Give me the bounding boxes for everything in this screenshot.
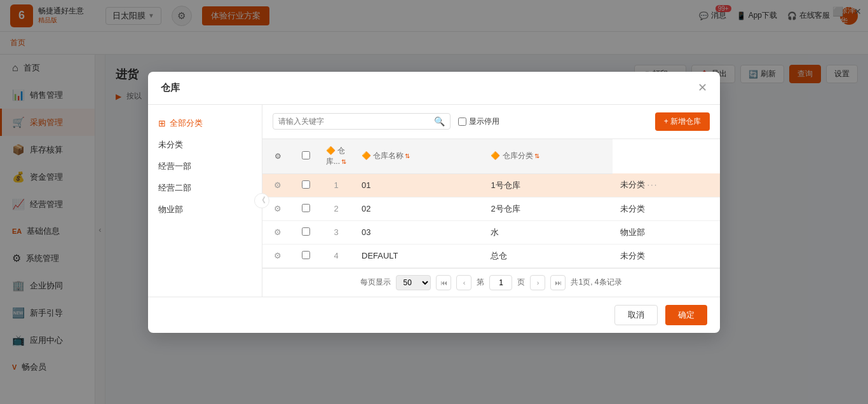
modal-search-bar: 🔍 显示停用 + 新增仓库 bbox=[262, 105, 720, 139]
page-unit: 页 bbox=[517, 277, 525, 288]
row-code: 01 bbox=[354, 173, 483, 197]
modal-pagination: 每页显示 50 10 20 100 ⏮ ‹ 第 页 › ⏭ 共1页, 4条记录 bbox=[262, 268, 720, 297]
modal-sidebar: 《 ⊞ 全部分类 未分类 经营一部 经营二部 物业部 bbox=[148, 105, 262, 297]
row-actions[interactable]: ··· bbox=[647, 180, 658, 189]
row-name: 1号仓库 bbox=[483, 173, 612, 197]
row-check[interactable] bbox=[293, 244, 318, 267]
row-checkbox[interactable] bbox=[302, 204, 310, 212]
cancel-button[interactable]: 取消 bbox=[614, 305, 658, 325]
table-row[interactable]: ⚙ 1 01 1号仓库 未分类 ··· bbox=[262, 173, 720, 197]
row-code: 02 bbox=[354, 197, 483, 220]
search-input-wrap: 🔍 bbox=[273, 113, 451, 130]
cat-uncat-label: 未分类 bbox=[158, 139, 183, 151]
confirm-button[interactable]: 确定 bbox=[665, 305, 707, 325]
modal-cat-dept2[interactable]: 经营二部 bbox=[148, 177, 262, 199]
row-category: 未分类 ··· bbox=[613, 173, 720, 197]
modal-cat-dept1[interactable]: 经营一部 bbox=[148, 156, 262, 177]
modal-backdrop: 仓库 ✕ 《 ⊞ 全部分类 未分类 经营一部 经营二部 bbox=[0, 0, 868, 404]
sort-cat-icon: ⇅ bbox=[534, 152, 539, 159]
row-num: 1 bbox=[318, 173, 354, 197]
warehouse-table: ⚙ 🔶 仓库...⇅ 🔶 仓库名称⇅ bbox=[262, 139, 720, 268]
row-code: DEFAULT bbox=[354, 244, 483, 267]
table-row[interactable]: ⚙ 4 DEFAULT 总仓 未分类 bbox=[262, 244, 720, 267]
th-code[interactable]: 🔶 仓库...⇅ bbox=[318, 139, 354, 174]
row-check[interactable] bbox=[293, 197, 318, 220]
search-input[interactable] bbox=[278, 117, 434, 126]
row-gear: ⚙ bbox=[262, 244, 293, 267]
cat-all-label: 全部分类 bbox=[170, 118, 203, 129]
row-checkbox[interactable] bbox=[302, 251, 310, 259]
cat-dept1-label: 经营一部 bbox=[158, 161, 191, 172]
row-name: 总仓 bbox=[483, 244, 612, 267]
modal-cat-all[interactable]: ⊞ 全部分类 bbox=[148, 112, 262, 134]
new-warehouse-button[interactable]: + 新增仓库 bbox=[655, 112, 710, 131]
sort-code-icon: ⇅ bbox=[341, 158, 346, 165]
row-category: 未分类 bbox=[613, 244, 720, 267]
page-input[interactable] bbox=[489, 275, 512, 290]
last-page-button[interactable]: ⏭ bbox=[550, 275, 566, 290]
search-icon[interactable]: 🔍 bbox=[434, 116, 445, 126]
page-size-label: 每页显示 bbox=[360, 277, 391, 288]
table-row[interactable]: ⚙ 2 02 2号仓库 未分类 bbox=[262, 197, 720, 220]
modal-content-area: 🔍 显示停用 + 新增仓库 ⚙ bbox=[262, 105, 720, 297]
page-size-select[interactable]: 50 10 20 100 bbox=[396, 275, 431, 290]
table-row[interactable]: ⚙ 3 03 水 物业部 bbox=[262, 220, 720, 244]
sort-name-icon: ⇅ bbox=[405, 152, 410, 159]
select-all-checkbox[interactable] bbox=[302, 151, 310, 159]
row-name: 2号仓库 bbox=[483, 197, 612, 220]
modal-header: 仓库 ✕ bbox=[148, 72, 720, 105]
cat-property-label: 物业部 bbox=[158, 204, 183, 215]
row-check[interactable] bbox=[293, 220, 318, 244]
row-check[interactable] bbox=[293, 173, 318, 197]
row-checkbox[interactable] bbox=[302, 180, 310, 189]
next-page-button[interactable]: › bbox=[530, 275, 545, 290]
modal-footer: 取消 确定 bbox=[148, 297, 720, 333]
cat-dept2-label: 经营二部 bbox=[158, 182, 191, 194]
row-gear: ⚙ bbox=[262, 173, 293, 197]
modal-sidebar-collapse[interactable]: 《 bbox=[254, 193, 269, 208]
row-num: 4 bbox=[318, 244, 354, 267]
th-name[interactable]: 🔶 仓库名称⇅ bbox=[354, 139, 483, 174]
cat-grid-icon: ⊞ bbox=[158, 118, 166, 128]
prev-page-button[interactable]: ‹ bbox=[456, 275, 471, 290]
row-category: 物业部 bbox=[613, 220, 720, 244]
row-num: 3 bbox=[318, 220, 354, 244]
warehouse-modal: 仓库 ✕ 《 ⊞ 全部分类 未分类 经营一部 经营二部 bbox=[148, 72, 720, 333]
modal-table-wrap: ⚙ 🔶 仓库...⇅ 🔶 仓库名称⇅ bbox=[262, 139, 720, 268]
row-checkbox[interactable] bbox=[302, 227, 310, 236]
modal-close-button[interactable]: ✕ bbox=[698, 82, 707, 93]
row-code: 03 bbox=[354, 220, 483, 244]
first-page-button[interactable]: ⏮ bbox=[436, 275, 451, 290]
th-check bbox=[293, 139, 318, 174]
modal-cat-uncat[interactable]: 未分类 bbox=[148, 134, 262, 156]
show-disabled-label[interactable]: 显示停用 bbox=[458, 116, 499, 127]
show-disabled-checkbox[interactable] bbox=[458, 118, 466, 126]
th-category[interactable]: 🔶 仓库分类⇅ bbox=[483, 139, 612, 174]
th-gear: ⚙ bbox=[262, 139, 293, 174]
total-info: 共1页, 4条记录 bbox=[571, 277, 621, 288]
modal-cat-property[interactable]: 物业部 bbox=[148, 199, 262, 220]
modal-body: 《 ⊞ 全部分类 未分类 经营一部 经营二部 物业部 bbox=[148, 105, 720, 297]
row-category: 未分类 bbox=[613, 197, 720, 220]
modal-title: 仓库 bbox=[161, 82, 180, 94]
row-name: 水 bbox=[483, 220, 612, 244]
page-label: 第 bbox=[477, 277, 484, 288]
row-num: 2 bbox=[318, 197, 354, 220]
row-gear: ⚙ bbox=[262, 220, 293, 244]
